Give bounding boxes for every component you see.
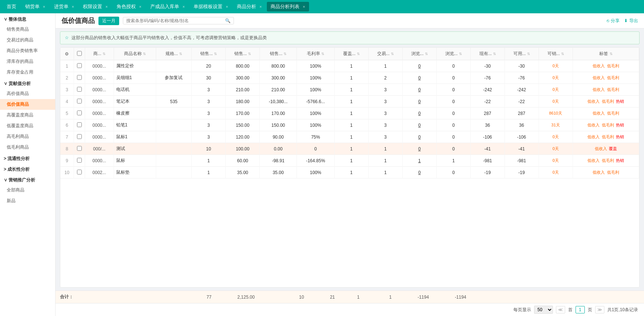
per-page-select[interactable]: 50 100 200 <box>534 306 553 314</box>
sidebar-group-marketing[interactable]: ∨ 营销推广分析 <box>0 174 55 185</box>
row-checkbox[interactable] <box>77 122 82 127</box>
cell-deal: 3 <box>368 131 402 143</box>
nav-sales-close[interactable]: × <box>43 4 45 9</box>
row-checkbox[interactable] <box>77 75 82 80</box>
nav-template[interactable]: 单据模板设置 × <box>190 2 232 11</box>
th-check[interactable] <box>74 48 85 60</box>
cell-code: 0000... <box>85 108 114 119</box>
sidebar-group-growth[interactable]: > 成长性分析 <box>0 163 55 174</box>
page-next-btn[interactable]: ≫ <box>595 306 604 313</box>
nav-product-stock-close[interactable]: × <box>182 4 185 9</box>
th-view1[interactable]: 浏览... ⇅ <box>402 48 436 60</box>
search-input[interactable] <box>126 18 225 23</box>
nav-permission[interactable]: 权限设置 × <box>79 2 111 11</box>
th-total[interactable]: 销售... ⇅ <box>259 48 296 60</box>
page-first-btn[interactable]: ≪ <box>556 306 565 313</box>
nav-product-analysis-close[interactable]: × <box>259 4 262 9</box>
cell-name: 属性定价 <box>114 60 156 72</box>
sidebar-item-low-margin[interactable]: 低毛利商品 <box>0 142 55 153</box>
tag: 覆盖 <box>609 146 617 152</box>
nav-sales[interactable]: 销货单 × <box>21 2 49 11</box>
th-saleable[interactable]: 可销... ⇅ <box>539 48 573 60</box>
th-deal[interactable]: 交易... ⇅ <box>368 48 402 60</box>
cell-check[interactable] <box>74 143 85 155</box>
cell-view1[interactable]: 0 <box>402 167 436 179</box>
cell-view1[interactable]: 0 <box>402 119 436 131</box>
sidebar-item-low-coverage[interactable]: 低覆盖度商品 <box>0 120 55 131</box>
nav-product-analysis-list-close[interactable]: × <box>303 4 305 9</box>
cell-view1[interactable]: 0 <box>402 84 436 96</box>
export-button[interactable]: ⬇ 导出 <box>624 18 638 24</box>
period-button[interactable]: 近一月 <box>98 17 119 25</box>
search-icon[interactable]: 🔍 <box>225 18 231 23</box>
th-view2[interactable]: 浏览... ⇅ <box>436 48 470 60</box>
cell-check[interactable] <box>74 108 85 119</box>
sidebar-group-overall[interactable]: ∨ 整体信息 <box>0 13 55 24</box>
sidebar-item-low-value[interactable]: 低价值商品 <box>0 99 55 110</box>
cell-view1[interactable]: 1 <box>402 155 436 167</box>
th-price[interactable]: 销售... ⇅ <box>226 48 260 60</box>
th-setting[interactable]: ⚙ <box>60 48 74 60</box>
sidebar-item-stock-funds[interactable]: 库存资金占用 <box>0 67 55 78</box>
cell-view1[interactable]: 0 <box>402 143 436 155</box>
row-checkbox[interactable] <box>77 146 82 151</box>
sidebar-item-sales-products[interactable]: 销售类商品 <box>0 24 55 35</box>
row-checkbox[interactable] <box>77 111 82 115</box>
row-checkbox[interactable] <box>77 170 82 174</box>
cell-view1[interactable]: 0 <box>402 60 436 72</box>
sidebar-group-contribution[interactable]: ∨ 贡献值分析 <box>0 78 55 88</box>
sidebar-group-flow[interactable]: > 流通性分析 <box>0 153 55 163</box>
sidebar-item-high-margin[interactable]: 高毛利商品 <box>0 131 55 142</box>
nav-purchase[interactable]: 进货单 × <box>50 2 78 11</box>
th-spec[interactable]: 规格... ⇅ <box>156 48 191 60</box>
sidebar-item-high-value[interactable]: 高价值商品 <box>0 88 55 99</box>
row-checkbox[interactable] <box>77 134 82 139</box>
nav-permission-close[interactable]: × <box>105 4 108 9</box>
select-all-checkbox[interactable] <box>77 51 82 56</box>
row-checkbox[interactable] <box>77 87 82 92</box>
cell-check[interactable] <box>74 60 85 72</box>
th-cover[interactable]: 覆盖... ⇅ <box>334 48 368 60</box>
th-avail[interactable]: 可用... ⇅ <box>504 48 539 60</box>
nav-product-stock[interactable]: 产成品入库单 × <box>147 2 188 11</box>
cell-check[interactable] <box>74 155 85 167</box>
row-checkbox[interactable] <box>77 99 82 103</box>
share-button[interactable]: ⎋ 分享 <box>607 18 620 24</box>
cell-check[interactable] <box>74 167 85 179</box>
nav-purchase-close[interactable]: × <box>72 4 74 9</box>
sidebar-item-all-products[interactable]: 全部商品 <box>0 185 55 196</box>
nav-role-close[interactable]: × <box>139 4 141 9</box>
cell-view1[interactable]: 0 <box>402 96 436 108</box>
th-margin[interactable]: 毛利率 ⇅ <box>297 48 334 60</box>
cell-check[interactable] <box>74 119 85 131</box>
th-stock[interactable]: 现有... ⇅ <box>470 48 504 60</box>
row-checkbox[interactable] <box>77 63 82 68</box>
cell-view1[interactable]: 0 <box>402 108 436 119</box>
cell-check[interactable] <box>74 96 85 108</box>
sidebar-item-traded-products[interactable]: 交易过的商品 <box>0 35 55 45</box>
sidebar-item-category-sales[interactable]: 商品分类销售率 <box>0 45 55 56</box>
sidebar-item-new-products[interactable]: 新品 <box>0 196 55 206</box>
cell-view1[interactable]: 0 <box>402 131 436 143</box>
row-checkbox[interactable] <box>77 158 82 163</box>
cell-check[interactable] <box>74 131 85 143</box>
th-tags[interactable]: 标签 ⇅ <box>573 48 639 60</box>
nav-product-analysis[interactable]: 商品分析 × <box>233 2 265 11</box>
nav-role[interactable]: 角色授权 × <box>113 2 145 11</box>
nav-home[interactable]: 首页 <box>3 2 20 11</box>
cell-saleable: 0天 <box>539 167 573 179</box>
th-name[interactable]: 商品名称 ⇅ <box>114 48 156 60</box>
sidebar-item-high-coverage[interactable]: 高覆盖度商品 <box>0 110 55 120</box>
cell-check[interactable] <box>74 84 85 96</box>
sidebar-item-slow-stock[interactable]: 滞库存的商品 <box>0 56 55 67</box>
cell-view1[interactable]: 0 <box>402 72 436 84</box>
cell-check[interactable] <box>74 72 85 84</box>
cell-saleable: 0天 <box>539 72 573 84</box>
tag: 低收入 <box>593 63 605 69</box>
data-table-wrapper[interactable]: ⚙ 商... ⇅ 商品名称 ⇅ 规格... ⇅ 销售... ⇅ 销售... ⇅ … <box>60 47 640 288</box>
cell-setting: 1 <box>60 60 74 72</box>
th-qty[interactable]: 销售... ⇅ <box>192 48 226 60</box>
nav-template-close[interactable]: × <box>226 4 228 9</box>
nav-product-analysis-list[interactable]: 商品分析列表 × <box>267 2 309 11</box>
th-code[interactable]: 商... ⇅ <box>85 48 114 60</box>
